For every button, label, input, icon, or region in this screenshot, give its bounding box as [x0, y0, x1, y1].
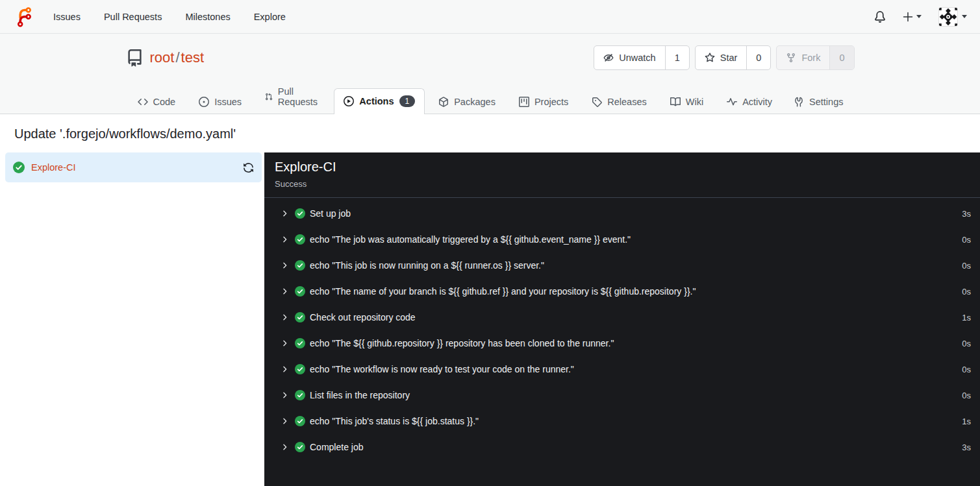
repo-name-link[interactable]: test	[181, 49, 204, 66]
step-duration: 3s	[962, 209, 971, 219]
tag-icon	[592, 97, 602, 107]
step-row[interactable]: echo "The job was automatically triggere…	[264, 226, 980, 252]
step-label: Check out repository code	[310, 312, 416, 322]
repo-tab-bar: Code Issues Pull Requests Actions 1 Pack…	[126, 79, 855, 114]
step-row[interactable]: echo "The workflow is now ready to test …	[264, 356, 980, 382]
star-label: Star	[720, 53, 738, 63]
check-success-icon	[295, 338, 305, 348]
tab-label: Settings	[809, 97, 843, 107]
tab-label: Projects	[534, 97, 568, 107]
nav-link-explore[interactable]: Explore	[242, 0, 297, 34]
tab-activity[interactable]: Activity	[717, 90, 782, 114]
fork-label: Fork	[801, 53, 820, 63]
check-success-icon	[295, 234, 305, 245]
nav-link-milestones[interactable]: Milestones	[173, 0, 242, 34]
job-label[interactable]: Explore-CI	[31, 162, 76, 173]
step-row[interactable]: Complete job 3s	[264, 434, 980, 460]
forks-count: 0	[829, 46, 853, 69]
tab-settings[interactable]: Settings	[784, 90, 853, 114]
chevron-right-icon[interactable]	[280, 339, 289, 348]
star-button[interactable]: Star	[696, 46, 747, 69]
unwatch-button[interactable]: Unwatch	[594, 46, 664, 69]
step-label: List files in the repository	[310, 390, 410, 400]
step-duration: 0s	[962, 235, 971, 245]
eye-slash-icon	[603, 53, 614, 63]
step-duration: 0s	[962, 391, 971, 400]
repo-action-buttons: Unwatch 1 Star 0 Fork 0	[594, 45, 854, 70]
pull-request-icon	[265, 91, 273, 102]
tab-label: Actions	[359, 96, 394, 106]
star-icon	[705, 53, 715, 63]
navbar-links: Issues Pull Requests Milestones Explore	[42, 0, 297, 34]
forgejo-logo-icon[interactable]	[13, 6, 34, 27]
step-label: echo "The job was automatically triggere…	[310, 234, 631, 245]
chevron-right-icon[interactable]	[280, 313, 289, 322]
repo-owner-link[interactable]: root	[150, 49, 175, 66]
chevron-right-icon[interactable]	[280, 235, 289, 244]
run-panel-header: Explore-CI Success	[264, 152, 980, 198]
repo-header: root/test Unwatch 1 Star 0	[0, 34, 980, 114]
step-label: echo "This job's status is ${{ job.statu…	[310, 416, 479, 426]
fork-button-group: Fork 0	[776, 45, 854, 70]
nav-link-pull-requests[interactable]: Pull Requests	[92, 0, 173, 34]
page-title: Update '.forgejo/workflows/demo.yaml'	[0, 114, 980, 152]
chevron-right-icon[interactable]	[280, 443, 289, 452]
step-list: Set up job 3s echo "The job was automati…	[264, 198, 980, 460]
step-row[interactable]: echo "This job's status is ${{ job.statu…	[264, 408, 980, 434]
avatar	[938, 7, 958, 27]
job-item-explore-ci[interactable]: Explore-CI	[5, 152, 262, 182]
tab-label: Activity	[742, 97, 772, 107]
chevron-right-icon[interactable]	[280, 391, 289, 400]
watchers-count[interactable]: 1	[665, 46, 689, 69]
step-row[interactable]: echo "This job is now running on a ${{ r…	[264, 252, 980, 278]
check-success-icon	[295, 416, 305, 426]
actions-count-badge: 1	[399, 95, 416, 107]
step-label: Complete job	[310, 442, 364, 452]
repo-separator: /	[174, 49, 181, 66]
caret-down-icon	[962, 15, 967, 18]
chevron-right-icon[interactable]	[280, 261, 289, 270]
step-duration: 0s	[962, 339, 971, 348]
star-button-group: Star 0	[695, 45, 772, 70]
fork-button: Fork	[777, 46, 829, 69]
step-row[interactable]: Check out repository code 1s	[264, 304, 980, 330]
step-duration: 0s	[962, 261, 971, 271]
user-menu-dropdown[interactable]	[938, 7, 967, 27]
stars-count[interactable]: 0	[746, 46, 770, 69]
check-success-icon	[295, 442, 305, 452]
run-status: Success	[275, 179, 970, 189]
step-label: echo "The name of your branch is ${{ git…	[310, 286, 696, 297]
tab-wiki[interactable]: Wiki	[660, 90, 713, 114]
step-row[interactable]: Set up job 3s	[264, 200, 980, 226]
tab-pull-requests[interactable]: Pull Requests	[255, 79, 330, 114]
create-new-dropdown[interactable]	[903, 12, 922, 22]
tab-releases[interactable]: Releases	[582, 90, 656, 114]
step-label: Set up job	[310, 208, 351, 219]
check-success-icon	[13, 162, 25, 173]
tab-projects[interactable]: Projects	[509, 90, 578, 114]
book-icon	[670, 97, 681, 107]
play-circle-icon	[344, 96, 354, 106]
check-success-icon	[295, 260, 305, 271]
tab-actions[interactable]: Actions 1	[334, 88, 425, 114]
step-row[interactable]: echo "The ${{ github.repository }} repos…	[264, 330, 980, 356]
chevron-right-icon[interactable]	[280, 417, 289, 426]
check-success-icon	[295, 286, 305, 297]
chevron-right-icon[interactable]	[280, 287, 289, 296]
code-icon	[138, 97, 148, 107]
sync-icon[interactable]	[243, 162, 254, 173]
notifications-bell-icon[interactable]	[874, 11, 886, 23]
tab-packages[interactable]: Packages	[429, 90, 505, 114]
tab-label: Packages	[454, 97, 496, 107]
nav-link-issues[interactable]: Issues	[42, 0, 92, 34]
tab-label: Releases	[607, 97, 646, 107]
tab-issues[interactable]: Issues	[189, 90, 251, 114]
step-row[interactable]: List files in the repository 0s	[264, 382, 980, 408]
tab-code[interactable]: Code	[128, 90, 186, 114]
chevron-right-icon[interactable]	[280, 365, 289, 374]
chevron-right-icon[interactable]	[280, 209, 289, 218]
repo-title: root/test	[126, 49, 205, 67]
pulse-icon	[727, 97, 737, 107]
step-row[interactable]: echo "The name of your branch is ${{ git…	[264, 278, 980, 304]
step-duration: 0s	[962, 287, 971, 297]
